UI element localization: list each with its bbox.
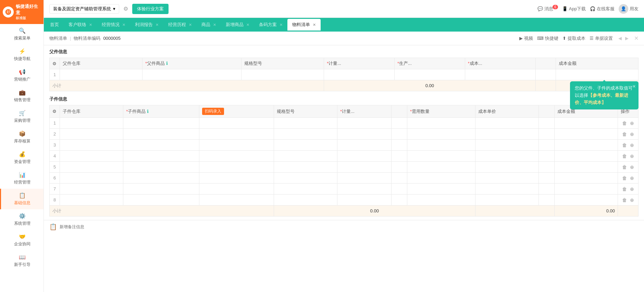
child-scan-4[interactable] bbox=[199, 151, 274, 162]
sidebar-item-purchase[interactable]: 🛒采购管理 bbox=[0, 106, 44, 127]
user-control[interactable]: 👤 用友 bbox=[619, 4, 639, 14]
sidebar-item-quicknav[interactable]: ⚡快捷导航 bbox=[0, 45, 44, 65]
child-qty-6[interactable] bbox=[407, 173, 475, 184]
parent-product-cell[interactable] bbox=[143, 69, 242, 80]
parent-cost-cell[interactable] bbox=[465, 69, 535, 80]
experience-button[interactable]: 体验行业方案 bbox=[132, 4, 169, 14]
child-unit-cost-1[interactable] bbox=[475, 118, 538, 129]
child-unit-5[interactable] bbox=[337, 162, 392, 173]
child-unit-cost-4[interactable] bbox=[475, 151, 538, 162]
child-scan-2[interactable] bbox=[199, 129, 274, 140]
tab-close-customer[interactable]: ✕ bbox=[89, 23, 92, 27]
sidebar-item-finance[interactable]: 💰资金管理 bbox=[0, 148, 44, 168]
child-product-1[interactable] bbox=[123, 118, 199, 129]
child-scan-7[interactable] bbox=[199, 184, 274, 195]
child-warehouse-5[interactable] bbox=[60, 162, 123, 173]
settings-icon[interactable]: ⚙ bbox=[123, 5, 128, 12]
child-warehouse-7[interactable] bbox=[60, 184, 123, 195]
delete-icon-2[interactable]: 🗑 bbox=[622, 131, 627, 137]
delete-icon-8[interactable]: 🗑 bbox=[622, 197, 627, 203]
tab-close-history[interactable]: ✕ bbox=[189, 23, 192, 27]
child-unit-2[interactable] bbox=[337, 129, 392, 140]
child-spec-1[interactable] bbox=[274, 118, 337, 129]
delete-icon-4[interactable]: 🗑 bbox=[622, 153, 627, 159]
sidebar-item-sales[interactable]: 💼销售管理 bbox=[0, 86, 44, 106]
child-unit-cost-8[interactable] bbox=[475, 195, 538, 206]
tab-close-bom[interactable]: ✕ bbox=[313, 23, 316, 27]
child-spec-8[interactable] bbox=[274, 195, 337, 206]
extract-cost-action[interactable]: ⬆ 提取成本 bbox=[562, 35, 585, 42]
child-unit-1[interactable] bbox=[337, 118, 392, 129]
scan-button[interactable]: 扫码录入 bbox=[202, 108, 224, 115]
sidebar-item-search[interactable]: 🔍搜索菜单 bbox=[0, 24, 44, 45]
copy-icon-1[interactable]: ⊕ bbox=[630, 120, 634, 126]
child-unit-6[interactable] bbox=[337, 173, 392, 184]
child-col-settings[interactable]: ⚙ bbox=[50, 105, 60, 118]
child-qty-7[interactable] bbox=[407, 184, 475, 195]
child-qty-8[interactable] bbox=[407, 195, 475, 206]
child-qty-2[interactable] bbox=[407, 129, 475, 140]
child-warehouse-2[interactable] bbox=[60, 129, 123, 140]
child-spec-6[interactable] bbox=[274, 173, 337, 184]
tab-customer[interactable]: 客户联络 ✕ bbox=[64, 19, 97, 31]
parent-col-settings[interactable]: ⚙ bbox=[50, 58, 60, 69]
tab-bom[interactable]: 物料清单 ✕ bbox=[287, 19, 321, 31]
child-unit-8[interactable] bbox=[337, 195, 392, 206]
child-scan-5[interactable] bbox=[199, 162, 274, 173]
parent-warehouse-cell[interactable] bbox=[60, 69, 143, 80]
child-scan-1[interactable] bbox=[199, 118, 274, 129]
child-unit-4[interactable] bbox=[337, 151, 392, 162]
sidebar-item-inventory[interactable]: 📦库存核算 bbox=[0, 127, 44, 148]
child-warehouse-1[interactable] bbox=[60, 118, 123, 129]
child-warehouse-3[interactable] bbox=[60, 140, 123, 151]
child-unit-3[interactable] bbox=[337, 140, 392, 151]
child-product-4[interactable] bbox=[123, 151, 199, 162]
copy-icon-4[interactable]: ⊕ bbox=[630, 153, 634, 159]
online-service-control[interactable]: 🎧 在线客服 bbox=[590, 6, 615, 12]
copy-icon-7[interactable]: ⊕ bbox=[630, 186, 634, 192]
child-warehouse-4[interactable] bbox=[60, 151, 123, 162]
tab-profit[interactable]: 利润报告 ✕ bbox=[130, 19, 163, 31]
child-spec-7[interactable] bbox=[274, 184, 337, 195]
child-unit-7[interactable] bbox=[337, 184, 392, 195]
copy-icon-6[interactable]: ⊕ bbox=[630, 175, 634, 181]
tab-operation[interactable]: 经营情况 ✕ bbox=[97, 19, 130, 31]
copy-icon-8[interactable]: ⊕ bbox=[630, 197, 634, 203]
copy-icon-3[interactable]: ⊕ bbox=[630, 142, 634, 148]
sidebar-item-system[interactable]: ⚙️系统管理 bbox=[0, 209, 44, 230]
copy-icon-2[interactable]: ⊕ bbox=[630, 131, 634, 137]
child-warehouse-8[interactable] bbox=[60, 195, 123, 206]
tab-goods[interactable]: 商品 ✕ bbox=[197, 19, 221, 31]
tab-close-barcode[interactable]: ✕ bbox=[280, 23, 283, 27]
sidebar-item-basic[interactable]: 📋基础信息 bbox=[0, 189, 44, 209]
tab-close-profit[interactable]: ✕ bbox=[156, 23, 159, 27]
child-scan-6[interactable] bbox=[199, 173, 274, 184]
system-selector[interactable]: 装备及固定资产辅助管理系统 ▾ bbox=[49, 4, 119, 14]
child-spec-3[interactable] bbox=[274, 140, 337, 151]
child-qty-1[interactable] bbox=[407, 118, 475, 129]
shortcut-action[interactable]: ⌨ 快捷键 bbox=[537, 35, 558, 42]
tab-new-goods[interactable]: 新增商品 ✕ bbox=[221, 19, 254, 31]
child-product-5[interactable] bbox=[123, 162, 199, 173]
sidebar-item-marketing[interactable]: 📢营销推广 bbox=[0, 65, 44, 86]
child-unit-cost-6[interactable] bbox=[475, 173, 538, 184]
parent-unit-cell[interactable] bbox=[324, 69, 395, 80]
child-product-3[interactable] bbox=[123, 140, 199, 151]
sidebar-item-collab[interactable]: 🤝企业协同 bbox=[0, 230, 44, 250]
tab-home[interactable]: 首页 bbox=[45, 19, 64, 31]
app-download-control[interactable]: 📱 App下载 bbox=[562, 6, 586, 12]
next-arrow[interactable]: ▶ bbox=[624, 35, 630, 42]
child-unit-cost-2[interactable] bbox=[475, 129, 538, 140]
parent-spec-cell[interactable] bbox=[241, 69, 324, 80]
prev-arrow[interactable]: ◀ bbox=[617, 35, 623, 42]
child-spec-5[interactable] bbox=[274, 162, 337, 173]
single-settings-action[interactable]: ☰ 单据设置 bbox=[590, 35, 613, 42]
child-product-8[interactable] bbox=[123, 195, 199, 206]
child-qty-3[interactable] bbox=[407, 140, 475, 151]
note-icon[interactable]: 📋 bbox=[49, 223, 57, 231]
delete-icon-3[interactable]: 🗑 bbox=[622, 142, 627, 148]
delete-icon-1[interactable]: 🗑 bbox=[622, 120, 627, 126]
child-qty-5[interactable] bbox=[407, 162, 475, 173]
child-product-6[interactable] bbox=[123, 173, 199, 184]
child-warehouse-6[interactable] bbox=[60, 173, 123, 184]
